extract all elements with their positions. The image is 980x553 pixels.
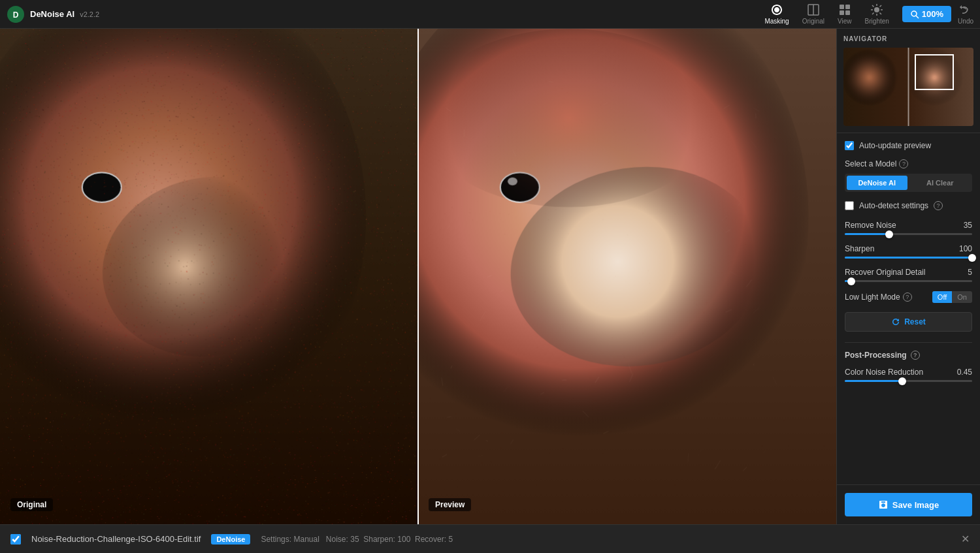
select-model-label: Select a Model ? [845,159,972,168]
brighten-icon [870,3,883,16]
auto-detect-label: Auto-detect settings [859,201,928,210]
denoise-ai-button[interactable]: DeNoise AI [847,176,907,190]
zoom-label: 100% [922,9,943,19]
low-light-label-group: Low Light Mode ? [845,292,912,302]
auto-update-label: Auto-update preview [859,141,931,150]
svg-rect-5 [845,5,850,9]
recover-detail-track [845,280,972,282]
image-area[interactable]: Original Preview [0,29,836,524]
auto-detect-row: Auto-detect settings ? [845,201,972,210]
color-noise-value: 0.45 [957,368,972,377]
svg-text:D: D [13,10,19,20]
low-light-help-icon[interactable]: ? [903,292,912,302]
logo: D DeNoise AI v2.2.2 [7,5,99,24]
masking-icon [770,3,783,16]
view-icon [838,3,851,16]
low-light-label: Low Light Mode [845,292,900,302]
save-label: Save Image [892,500,939,510]
toolbar: D DeNoise AI v2.2.2 Masking Original [0,0,980,29]
ai-clear-button[interactable]: AI Clear [910,176,971,190]
masking-label: Masking [764,18,789,25]
original-canvas [0,29,418,524]
recover-detail-value: 5 [968,268,972,277]
app-name: DeNoise AI [30,9,74,19]
sharpen-track [845,257,972,259]
remove-noise-group: Remove Noise 35 [845,221,972,235]
undo-button[interactable]: Undo [958,3,973,25]
preview-canvas [418,29,836,524]
recover-detail-label: Recover Original Detail [845,268,925,277]
sharpen-value: 100 [959,244,972,253]
auto-update-row: Auto-update preview [845,141,972,150]
color-noise-label: Color Noise Reduction [845,368,923,377]
masking-tool[interactable]: Masking [764,3,789,25]
split-divider[interactable] [417,29,419,524]
auto-detect-help-icon[interactable]: ? [934,201,943,210]
remove-noise-label: Remove Noise [845,221,896,230]
original-label: Original [802,18,825,25]
controls-section: Auto-update preview Select a Model ? DeN… [837,133,980,484]
status-badge: DeNoise [211,534,250,545]
low-light-toggle[interactable]: Off On [932,291,972,303]
remove-noise-track [845,233,972,235]
preview-panel: Preview [418,29,836,524]
zoom-icon [910,10,919,19]
svg-point-8 [874,7,879,12]
model-buttons: DeNoise AI AI Clear [845,174,972,192]
status-filename: Noise-Reduction-Challenge-ISO-6400-Edit.… [31,534,201,544]
color-noise-group: Color Noise Reduction 0.45 [845,368,972,382]
status-close-button[interactable]: ✕ [961,533,970,545]
navigator-title: NAVIGATOR [843,35,973,42]
color-noise-track [845,380,972,382]
reset-icon [891,317,900,326]
split-container: Original Preview [0,29,836,524]
select-model-help-icon[interactable]: ? [899,159,908,168]
remove-noise-value: 35 [964,221,972,230]
nav-canvas [843,48,973,126]
undo-icon [959,3,972,16]
recover-detail-group: Recover Original Detail 5 [845,268,972,282]
toggle-on[interactable]: On [952,291,972,303]
separator [845,342,972,343]
logo-icon: D [7,5,25,24]
sharpen-group: Sharpen 100 [845,244,972,259]
svg-rect-4 [840,5,844,9]
low-light-mode-row: Low Light Mode ? Off On [845,291,972,303]
toggle-off[interactable]: Off [932,291,952,303]
brighten-tool[interactable]: Brighten [865,3,889,25]
status-settings: Settings: Manual Noise: 35 Sharpen: 100 … [261,535,453,544]
reset-label: Reset [904,317,926,326]
svg-line-13 [872,5,874,7]
post-processing-help-icon[interactable]: ? [911,351,920,360]
original-label: Original [10,498,53,511]
auto-update-checkbox[interactable] [845,141,854,150]
brighten-label: Brighten [865,18,889,25]
preview-label: Preview [429,498,471,511]
post-processing-label: Post-Processing ? [845,351,972,360]
navigator-thumbnail[interactable] [843,48,973,126]
svg-line-14 [880,13,882,15]
status-bar: Noise-Reduction-Challenge-ISO-6400-Edit.… [0,524,980,553]
app-version: v2.2.2 [80,10,99,18]
status-checkbox[interactable] [10,534,21,545]
svg-point-17 [911,11,917,16]
svg-line-15 [880,5,882,7]
original-panel: Original [0,29,418,524]
zoom-button[interactable]: 100% [902,6,951,22]
navigator-section: NAVIGATOR [837,29,980,133]
auto-detect-checkbox[interactable] [845,201,854,210]
view-label: View [838,18,852,25]
save-button[interactable]: Save Image [845,493,972,516]
save-icon [878,499,889,510]
reset-button[interactable]: Reset [845,312,972,332]
view-tool[interactable]: View [838,3,852,25]
undo-label: Undo [958,18,973,25]
original-icon [807,3,820,16]
toolbar-tools: Masking Original View [764,3,889,25]
right-panel: NAVIGATOR Auto-update preview Select a M… [836,29,980,524]
main-area: Original Preview NAVIGATOR Auto [0,29,980,524]
svg-rect-6 [840,10,844,15]
save-section: Save Image [837,484,980,524]
svg-line-16 [872,13,874,15]
original-tool[interactable]: Original [802,3,825,25]
